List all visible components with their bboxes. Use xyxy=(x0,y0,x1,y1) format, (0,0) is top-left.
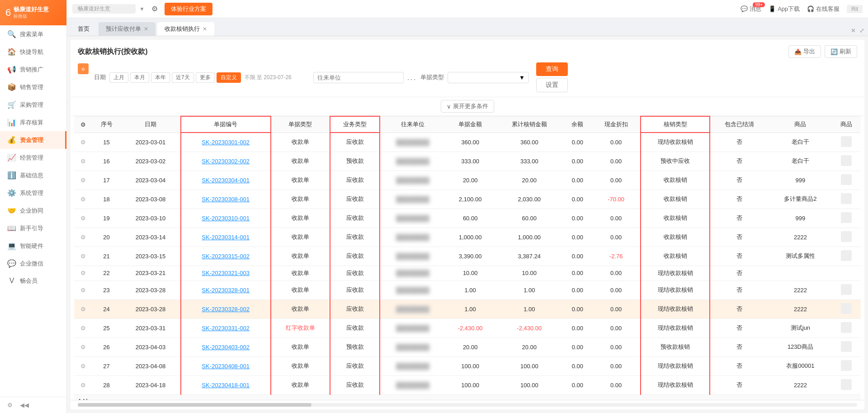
date-btn-上月[interactable]: 上月 xyxy=(109,72,128,83)
collapse-icon[interactable]: ◀◀ xyxy=(20,402,29,408)
online-service-button[interactable]: 🎧 在线客服 xyxy=(807,5,840,13)
doc-no-link[interactable]: SK-20230408-001 xyxy=(202,363,250,370)
doc-no-link[interactable]: SK-20230308-001 xyxy=(202,196,250,203)
table-cell: 999 xyxy=(769,209,832,228)
doc-no-link[interactable]: SK-20230418-001 xyxy=(202,382,250,389)
table-cell: 0.00 xyxy=(592,356,641,375)
sidebar-item-inventory[interactable]: 📊库存核算 xyxy=(0,114,66,131)
table-cell: 100.00 xyxy=(495,375,563,394)
row-settings-icon[interactable]: ⚙ xyxy=(80,158,86,165)
table-row: ⚙172023-03-04SK-20230304-001收款单应收款██████… xyxy=(74,171,861,190)
doc-no-link[interactable]: SK-20230310-001 xyxy=(202,215,250,222)
table-cell: 收款单 xyxy=(271,152,330,171)
doc-no-link[interactable]: SK-20230314-001 xyxy=(202,234,250,241)
row-settings-icon[interactable]: ⚙ xyxy=(80,253,86,260)
user-avatar[interactable]: Rit xyxy=(847,5,863,13)
col-header-settings: ⚙ xyxy=(74,116,92,133)
sidebar-item-finance[interactable]: 💰资金管理 xyxy=(0,131,66,149)
blurred-text: ████████ xyxy=(396,325,429,332)
sidebar-item-hardware[interactable]: 💻智能硬件 xyxy=(0,237,66,255)
row-settings-icon[interactable]: ⚙ xyxy=(80,270,86,276)
solution-button[interactable]: 体验行业方案 xyxy=(165,3,212,15)
filter-toggle-button[interactable]: » xyxy=(78,63,89,74)
partner-input[interactable] xyxy=(313,72,404,83)
row-settings-icon[interactable]: ⚙ xyxy=(80,382,86,389)
filter-settings-button[interactable]: 设置 xyxy=(536,78,568,92)
sidebar-item-marketing[interactable]: 📢营销推广 xyxy=(0,61,66,78)
date-btn-custom[interactable]: 自定义 xyxy=(217,72,241,83)
doc-type-select[interactable]: ▼ xyxy=(448,72,529,83)
sidebar-item-guide[interactable]: 📖新手引导 xyxy=(0,219,66,237)
tab-close-icon[interactable]: ✕ xyxy=(144,26,148,32)
row-settings-icon[interactable]: ⚙ xyxy=(80,287,86,294)
tab-home[interactable]: 首页 xyxy=(71,22,97,36)
marketing-icon: 📢 xyxy=(7,65,16,74)
expand-conditions-button[interactable]: ∨ 展开更多条件 xyxy=(441,100,494,113)
basic-icon: ℹ️ xyxy=(7,171,16,180)
date-btn-本年[interactable]: 本年 xyxy=(151,72,170,83)
doc-no-link[interactable]: SK-20230321-003 xyxy=(202,270,250,276)
date-btn-更多[interactable]: 更多 xyxy=(196,72,215,83)
tab-label: 收款核销执行 xyxy=(165,25,200,33)
export-button[interactable]: 📤 导出 xyxy=(788,45,821,58)
sidebar-item-quick-nav[interactable]: 🏠快捷导航 xyxy=(0,43,66,61)
query-button[interactable]: 查询 xyxy=(536,62,568,76)
tab-close-icon[interactable]: ✕ xyxy=(203,26,207,32)
doc-no-link[interactable]: SK-20230328-002 xyxy=(202,306,250,313)
sidebar-item-sales[interactable]: 📦销售管理 xyxy=(0,78,66,96)
horizontal-scrollbar[interactable] xyxy=(78,403,857,407)
sidebar-item-system[interactable]: ⚙️系统管理 xyxy=(0,184,66,202)
search-icon: 🔍 xyxy=(7,30,16,38)
row-settings-icon[interactable]: ⚙ xyxy=(80,363,86,370)
row-settings-icon[interactable]: ⚙ xyxy=(80,177,86,184)
content-area: 收款核销执行(按收款) 📤 导出 🔄 刷新 » 日期 上月本月本年近7天更多自定… xyxy=(71,40,864,409)
doc-no-link[interactable]: SK-20230302-002 xyxy=(202,158,250,165)
sidebar-item-wechat[interactable]: 💬企业微信 xyxy=(0,255,66,272)
sidebar-item-label: 库存核算 xyxy=(20,119,43,127)
sidebar-item-corp[interactable]: 🤝企业协同 xyxy=(0,202,66,219)
table-cell: 现结收款核销 xyxy=(641,266,710,280)
table-cell: 333.00 xyxy=(495,152,563,171)
table-cell: 16 xyxy=(92,152,121,171)
app-download-button[interactable]: 📱 App下载 xyxy=(769,5,800,13)
row-settings-icon[interactable]: ⚙ xyxy=(80,234,86,241)
tab-collection[interactable]: 收款核销执行✕ xyxy=(157,22,214,36)
row-settings-icon[interactable]: ⚙ xyxy=(80,196,86,203)
sidebar-item-search[interactable]: 🔍搜索菜单 xyxy=(0,25,66,43)
doc-no-link[interactable]: SK-20230328-001 xyxy=(202,287,250,294)
doc-no-link[interactable]: SK-20230331-002 xyxy=(202,325,250,332)
main-area: 畅康道好生意 ▼ ⚙ 体验行业方案 💬 消息 99+ 📱 App下载 🎧 在线客… xyxy=(67,0,868,413)
doc-no-link[interactable]: SK-20230301-002 xyxy=(202,139,250,146)
row-settings-icon[interactable]: ⚙ xyxy=(80,325,86,332)
sidebar-item-operation[interactable]: 📈经营管理 xyxy=(0,149,66,166)
table-cell: 17 xyxy=(92,171,121,190)
settings-icon[interactable]: ⚙ xyxy=(7,402,13,408)
window-maximize-icon[interactable]: ⤢ xyxy=(859,27,864,34)
date-btn-本月[interactable]: 本月 xyxy=(130,72,149,83)
tab-prepay[interactable]: 预计应收付单✕ xyxy=(99,22,156,36)
tab-label: 首页 xyxy=(78,25,90,33)
row-settings-icon[interactable]: ⚙ xyxy=(80,139,86,146)
date-btn-近7天[interactable]: 近7天 xyxy=(172,72,194,83)
scroll-thumb[interactable] xyxy=(78,403,311,407)
table-cell: 2023-03-21 xyxy=(121,266,180,280)
doc-no-link[interactable]: SK-20230304-001 xyxy=(202,177,250,184)
doc-no-link[interactable]: SK-20230315-002 xyxy=(202,253,250,260)
doc-no-link[interactable]: SK-20230403-002 xyxy=(202,344,250,351)
tabbar: 首页预计应收付单✕收款核销执行✕✕⤢ xyxy=(67,18,868,36)
sidebar-logo: 6 畅康道好生意 标推版 xyxy=(0,0,66,25)
table-cell: 2222 xyxy=(769,375,832,394)
row-settings-icon[interactable]: ⚙ xyxy=(80,306,86,313)
row-settings-icon[interactable]: ⚙ xyxy=(80,215,86,222)
sidebar-item-label: 畅会员 xyxy=(20,277,38,285)
message-button[interactable]: 💬 消息 99+ xyxy=(741,5,761,13)
sidebar-item-basic[interactable]: ℹ️基础信息 xyxy=(0,166,66,184)
logo-name: 畅康道好生意 xyxy=(14,6,49,14)
sidebar-item-member[interactable]: V畅会员 xyxy=(0,272,66,290)
window-close-icon[interactable]: ✕ xyxy=(851,27,856,34)
table-cell: 收款单 xyxy=(271,375,330,394)
row-settings-icon[interactable]: ⚙ xyxy=(80,344,86,351)
sidebar-item-purchase[interactable]: 🛒采购管理 xyxy=(0,96,66,114)
refresh-button[interactable]: 🔄 刷新 xyxy=(825,45,857,58)
topbar-gear-button[interactable]: ⚙ xyxy=(148,3,161,15)
